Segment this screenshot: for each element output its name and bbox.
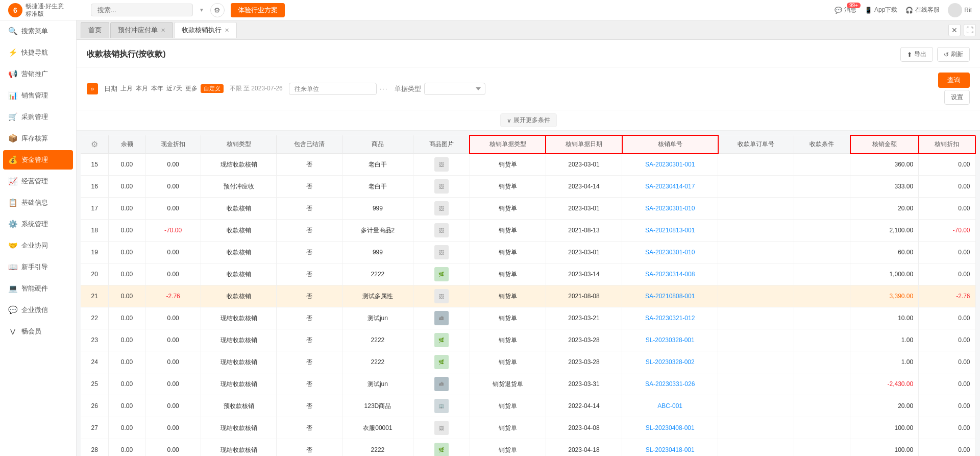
sidebar-icon-5: 📦 bbox=[8, 134, 17, 143]
cell-writeoff-bill-no[interactable]: SA-20230331-026 bbox=[622, 373, 718, 395]
query-button[interactable]: 查询 bbox=[938, 73, 970, 88]
sidebar-label-11: 新手引导 bbox=[21, 262, 48, 272]
cell-writeoff-bill-no[interactable]: SA-20210813-001 bbox=[622, 220, 718, 242]
date-7days[interactable]: 近7天 bbox=[166, 84, 182, 93]
sidebar-item-3[interactable]: 📊销售管理 bbox=[0, 85, 76, 106]
sidebar-item-13[interactable]: 💬企业微信 bbox=[0, 299, 76, 321]
writeoff-bill-link[interactable]: SA-20230331-026 bbox=[645, 380, 695, 388]
cell-writeoff-bill-no[interactable]: SL-20230408-001 bbox=[622, 417, 718, 439]
sidebar-item-4[interactable]: 🛒采购管理 bbox=[0, 106, 76, 128]
cell-receipt-condition bbox=[794, 198, 850, 220]
sidebar-item-12[interactable]: 💻智能硬件 bbox=[0, 278, 76, 299]
expand-more-btn[interactable]: ∨ 展开更多条件 bbox=[500, 113, 557, 127]
tab-close-ctrl[interactable]: ✕ bbox=[948, 24, 961, 36]
tab-writeoff[interactable]: 收款核销执行 ✕ bbox=[174, 22, 237, 38]
cell-receipt-order-no bbox=[718, 285, 794, 307]
sidebar-item-6[interactable]: 💰资金管理 bbox=[3, 150, 73, 170]
col-settings[interactable]: ⚙ bbox=[81, 135, 109, 154]
sidebar-item-1[interactable]: ⚡快捷导航 bbox=[0, 42, 76, 63]
sidebar-icon-8: 📋 bbox=[8, 198, 17, 207]
col-writeoff-bill-no: 核销单号 bbox=[622, 135, 718, 154]
date-last-month[interactable]: 上月 bbox=[120, 84, 133, 93]
cell-writeoff-bill-no[interactable]: SL-20230328-001 bbox=[622, 329, 718, 351]
app-download-action[interactable]: 📱 App下载 bbox=[865, 6, 897, 14]
sidebar-label-4: 采购管理 bbox=[21, 112, 48, 122]
writeoff-bill-link[interactable]: SA-20230301-001 bbox=[645, 161, 695, 168]
tab-prepay[interactable]: 预付冲应付单 ✕ bbox=[110, 22, 173, 38]
sidebar-item-0[interactable]: 🔍搜索菜单 bbox=[0, 20, 76, 42]
search-dropdown-arrow[interactable]: ▼ bbox=[199, 7, 204, 13]
filter-expand-arrow[interactable]: » bbox=[87, 83, 98, 94]
sidebar-item-7[interactable]: 📈经营管理 bbox=[0, 171, 76, 192]
online-service-action[interactable]: 🎧 在线客服 bbox=[905, 6, 940, 14]
trial-button[interactable]: 体验行业方案 bbox=[231, 3, 285, 17]
message-action[interactable]: 💬 消息 99+ bbox=[835, 6, 856, 14]
writeoff-bill-link[interactable]: SA-20230314-008 bbox=[645, 271, 695, 278]
date-this-month[interactable]: 本月 bbox=[136, 84, 148, 93]
writeoff-bill-link[interactable]: SL-20230328-002 bbox=[646, 358, 695, 366]
writeoff-bill-link[interactable]: SA-20230301-010 bbox=[645, 249, 695, 256]
cell-writeoff-bill-no[interactable]: SL-20230328-002 bbox=[622, 351, 718, 373]
cell-include-settled: 否 bbox=[277, 242, 342, 263]
writeoff-tab-close[interactable]: ✕ bbox=[225, 27, 229, 34]
counterparty-dots[interactable]: ··· bbox=[380, 85, 388, 92]
sidebar-item-8[interactable]: 📋基础信息 bbox=[0, 192, 76, 213]
cell-product: 老白干 bbox=[342, 154, 413, 176]
user-action[interactable]: Rit bbox=[948, 3, 972, 17]
date-more[interactable]: 更多 bbox=[185, 84, 198, 93]
sidebar-item-9[interactable]: ⚙️系统管理 bbox=[0, 213, 76, 235]
table-container: ⚙ 余额 现金折扣 核销类型 包含已结清 商品 商品图片 核销单据类型 核销单据… bbox=[81, 135, 976, 456]
writeoff-bill-link[interactable]: SA-20230301-010 bbox=[645, 205, 695, 212]
filter-settings-button[interactable]: 设置 bbox=[944, 90, 970, 105]
sidebar-icon-9: ⚙️ bbox=[8, 220, 17, 229]
settings-icon[interactable]: ⚙ bbox=[210, 3, 225, 17]
avatar bbox=[948, 3, 962, 17]
cell-id: 19 bbox=[81, 242, 109, 263]
prepay-tab-close[interactable]: ✕ bbox=[161, 27, 165, 34]
cell-include-settled: 否 bbox=[277, 285, 342, 307]
main-layout: 🔍搜索菜单⚡快捷导航📢营销推广📊销售管理🛒采购管理📦库存核算💰资金管理📈经营管理… bbox=[0, 20, 980, 456]
sidebar-item-11[interactable]: 📖新手引导 bbox=[0, 256, 76, 278]
cell-writeoff-bill-no[interactable]: SA-20230301-001 bbox=[622, 154, 718, 176]
prepay-tab-label: 预付冲应付单 bbox=[118, 26, 158, 35]
filter-toggle-btn[interactable]: » bbox=[87, 83, 98, 94]
tab-expand-ctrl[interactable]: ⛶ bbox=[964, 24, 976, 36]
cell-writeoff-bill-no[interactable]: SA-20230301-010 bbox=[622, 242, 718, 263]
cell-receipt-condition bbox=[794, 220, 850, 242]
writeoff-bill-link[interactable]: SL-20230408-001 bbox=[646, 424, 695, 431]
cell-product: 2222 bbox=[342, 329, 413, 351]
sidebar-item-2[interactable]: 📢营销推广 bbox=[0, 63, 76, 85]
cell-writeoff-bill-no[interactable]: SA-20210808-001 bbox=[622, 285, 718, 307]
export-button[interactable]: ⬆ 导出 bbox=[900, 47, 933, 62]
cell-writeoff-bill-no[interactable]: SA-20230301-010 bbox=[622, 198, 718, 220]
cell-writeoff-discount: 0.00 bbox=[919, 417, 975, 439]
counterparty-input[interactable] bbox=[289, 83, 377, 95]
writeoff-bill-link[interactable]: SL-20230418-001 bbox=[646, 446, 695, 453]
sidebar-item-14[interactable]: V畅会员 bbox=[0, 321, 76, 342]
writeoff-bill-link[interactable]: ABC-001 bbox=[657, 402, 682, 410]
refresh-button[interactable]: ↺ 刷新 bbox=[937, 47, 970, 62]
writeoff-bill-link[interactable]: SA-20230414-017 bbox=[645, 183, 695, 190]
col-settings-icon[interactable]: ⚙ bbox=[91, 140, 98, 149]
writeoff-bill-link[interactable]: SL-20230328-001 bbox=[646, 337, 695, 344]
cell-writeoff-bill-no[interactable]: SA-20230414-017 bbox=[622, 176, 718, 198]
receipt-type-select[interactable] bbox=[424, 83, 485, 95]
date-custom[interactable]: 自定义 bbox=[201, 84, 224, 93]
tab-home[interactable]: 首页 bbox=[81, 22, 109, 38]
sidebar-label-14: 畅会员 bbox=[21, 327, 41, 336]
writeoff-bill-link[interactable]: SA-20210808-001 bbox=[645, 293, 695, 300]
cell-writeoff-bill-no[interactable]: SA-20230314-008 bbox=[622, 263, 718, 285]
sidebar-item-10[interactable]: 🤝企业协同 bbox=[0, 235, 76, 256]
cell-writeoff-bill-no[interactable]: SA-20230321-012 bbox=[622, 307, 718, 329]
col-product: 商品 bbox=[342, 135, 413, 154]
search-input[interactable] bbox=[91, 4, 193, 16]
home-tab-label: 首页 bbox=[88, 26, 102, 35]
app-download-icon: 📱 bbox=[865, 7, 872, 14]
writeoff-bill-link[interactable]: SA-20210813-001 bbox=[645, 227, 695, 234]
cell-writeoff-bill-no[interactable]: SL-20230418-001 bbox=[622, 439, 718, 457]
date-this-year[interactable]: 本年 bbox=[151, 84, 163, 93]
writeoff-bill-link[interactable]: SA-20230321-012 bbox=[645, 315, 695, 322]
cell-writeoff-bill-type: 销货单 bbox=[470, 329, 546, 351]
cell-writeoff-bill-no[interactable]: ABC-001 bbox=[622, 395, 718, 417]
sidebar-item-5[interactable]: 📦库存核算 bbox=[0, 128, 76, 149]
